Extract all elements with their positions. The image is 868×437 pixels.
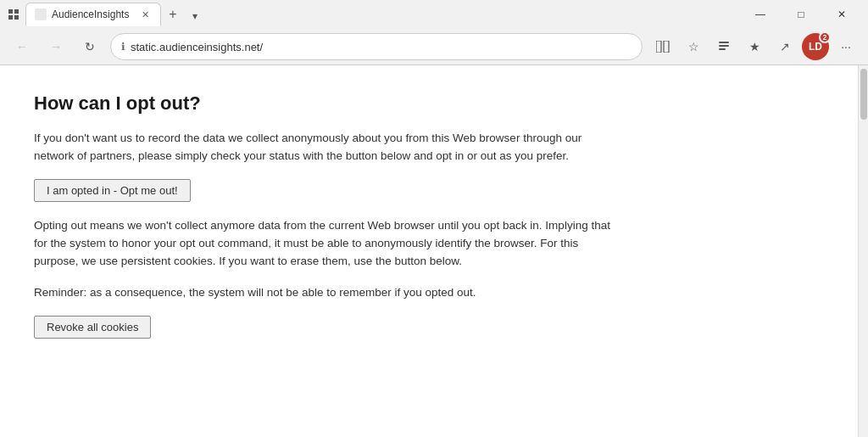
toolbar-icons: ☆ ★ ↗ LD 2 ···	[649, 33, 860, 60]
lock-icon: ℹ	[121, 41, 125, 53]
extension-label: LD	[809, 41, 822, 53]
svg-rect-6	[719, 42, 729, 43]
window-controls: — □ ✕	[741, 0, 861, 29]
svg-rect-1	[14, 9, 19, 14]
tab-title: AudienceInsights	[52, 8, 129, 20]
reading-view-button[interactable]	[649, 33, 676, 60]
extension-button[interactable]: LD 2	[802, 33, 829, 60]
paragraph-1: If you don't want us to record the data …	[34, 130, 610, 165]
tab-dropdown-button[interactable]: ▾	[185, 6, 205, 26]
reading-list-button[interactable]	[710, 33, 737, 60]
svg-rect-5	[664, 41, 669, 53]
scrollbar-thumb[interactable]	[860, 69, 867, 120]
address-input[interactable]: ℹ static.audienceinsights.net/	[110, 33, 643, 60]
paragraph-3: Reminder: as a consequence, the system w…	[34, 284, 610, 302]
page-content: How can I opt out? If you don't want us …	[0, 65, 868, 437]
svg-rect-8	[719, 48, 726, 50]
svg-rect-4	[656, 41, 661, 53]
svg-rect-3	[14, 15, 19, 20]
scrollbar[interactable]	[858, 65, 868, 437]
new-tab-button[interactable]: +	[161, 3, 185, 26]
main-content: How can I opt out? If you don't want us …	[0, 65, 644, 437]
tab-close-button[interactable]: ✕	[138, 8, 152, 21]
back-button[interactable]: ←	[8, 33, 36, 60]
svg-rect-0	[8, 9, 13, 14]
tab-bar: AudienceInsights ✕ + ▾	[25, 3, 736, 26]
opt-out-button[interactable]: I am opted in - Opt me out!	[34, 179, 191, 202]
svg-rect-2	[8, 15, 13, 20]
window-favicon-icon	[7, 8, 20, 21]
svg-rect-7	[719, 45, 729, 47]
minimize-button[interactable]: —	[741, 0, 780, 29]
restore-button[interactable]: □	[782, 0, 821, 29]
revoke-cookies-button[interactable]: Revoke all cookies	[34, 316, 151, 339]
title-bar: AudienceInsights ✕ + ▾ — □ ✕	[0, 0, 868, 29]
close-button[interactable]: ✕	[822, 0, 861, 29]
paragraph-2: Opting out means we won't collect anymor…	[34, 217, 610, 271]
browser-chrome: AudienceInsights ✕ + ▾ — □ ✕ ← → ↻ ℹ sta…	[0, 0, 868, 65]
url-text: static.audienceinsights.net/	[131, 41, 632, 53]
forward-button[interactable]: →	[42, 33, 70, 60]
tab-favicon-icon	[35, 8, 47, 20]
bookmark-button[interactable]: ★	[741, 33, 768, 60]
active-tab[interactable]: AudienceInsights ✕	[25, 3, 161, 26]
page-heading: How can I opt out?	[34, 92, 610, 115]
share-button[interactable]: ↗	[771, 33, 798, 60]
address-bar: ← → ↻ ℹ static.audienceinsights.net/ ☆ ★…	[0, 29, 868, 64]
favorites-button[interactable]: ☆	[680, 33, 707, 60]
extension-badge: 2	[819, 31, 831, 43]
more-button[interactable]: ···	[832, 33, 860, 60]
refresh-button[interactable]: ↻	[76, 33, 103, 60]
